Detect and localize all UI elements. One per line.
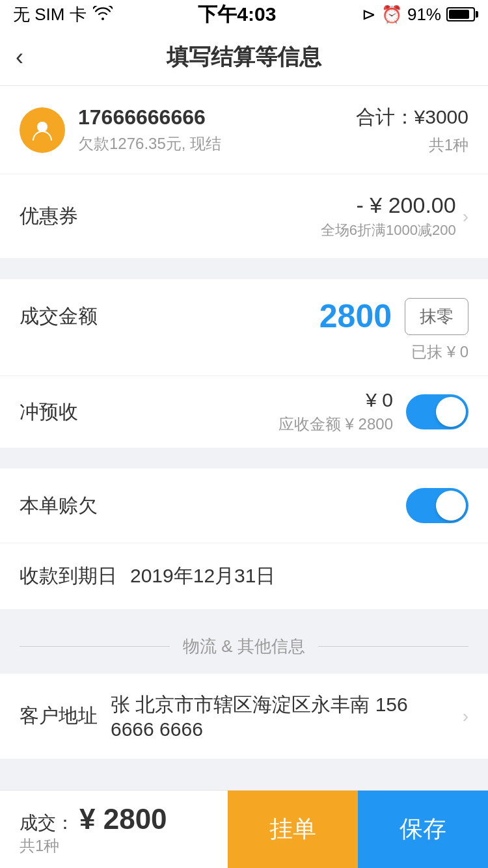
round-button[interactable]: 抹零	[405, 298, 468, 335]
customer-phone: 17666666666	[78, 105, 221, 129]
debt-section: 本单赊欠	[0, 468, 488, 543]
address-label: 客户地址	[20, 703, 98, 729]
svg-point-0	[37, 122, 47, 132]
transaction-label: 成交金额	[20, 303, 98, 330]
battery-percent: 91%	[407, 5, 441, 25]
hangup-button[interactable]: 挂单	[228, 791, 358, 869]
due-date-value: 2019年12月31日	[130, 563, 275, 590]
address-value: 张 北京市市辖区海淀区永丰南 156 6666 6666	[98, 692, 463, 740]
logistics-line-left	[20, 646, 170, 647]
prepay-toggle[interactable]	[406, 394, 468, 429]
coupon-right: - ¥ 200.00 全场6折满1000减200 ›	[321, 193, 468, 240]
battery-icon	[446, 7, 475, 21]
content-area: 17666666666 欠款1276.35元, 现结 合计：¥3000 共1种 …	[0, 86, 488, 868]
transaction-subtext: 已抹 ¥ 0	[411, 342, 468, 362]
due-date-label: 收款到期日	[20, 563, 117, 590]
coupon-row[interactable]: 优惠券 - ¥ 200.00 全场6折满1000减200 ›	[0, 174, 488, 258]
customer-subtext: 欠款1276.35元, 现结	[78, 133, 221, 154]
page-title: 填写结算等信息	[167, 42, 321, 72]
coupon-chevron-icon: ›	[463, 206, 468, 227]
prepay-subtext: 应收金额 ¥ 2800	[278, 414, 393, 435]
debt-label: 本单赊欠	[20, 493, 98, 519]
status-left: 无 SIM 卡	[13, 3, 113, 26]
total-amount: 合计：¥3000	[356, 104, 468, 131]
due-date-row: 收款到期日 2019年12月31日	[0, 543, 488, 609]
debt-toggle-thumb	[436, 491, 466, 521]
back-button[interactable]: ‹	[16, 44, 23, 71]
transaction-row: 成交金额 2800 抹零	[0, 279, 488, 342]
customer-info: 17666666666 欠款1276.35元, 现结	[78, 105, 221, 154]
avatar	[20, 107, 65, 153]
transaction-sub-row: 已抹 ¥ 0	[0, 342, 488, 375]
logistics-line-right	[318, 646, 468, 647]
bottom-total-amount: ¥ 2800	[79, 803, 167, 835]
coupon-discount: - ¥ 200.00 全场6折满1000减200	[321, 193, 456, 240]
status-right: ⊳ ⏰ 91%	[362, 5, 475, 25]
address-chevron-icon: ›	[463, 706, 468, 727]
bottom-count: 共1种	[20, 835, 208, 856]
prepay-amount-group: ¥ 0 应收金额 ¥ 2800	[278, 389, 393, 435]
transaction-section: 成交金额 2800 抹零 已抹 ¥ 0 冲预收 ¥ 0 应收金额 ¥ 2800	[0, 279, 488, 448]
bottom-total-label: 成交：	[20, 811, 74, 835]
coupon-label: 优惠券	[20, 203, 78, 230]
transaction-right: 2800 抹零	[319, 297, 468, 335]
transaction-amount: 2800	[319, 297, 392, 335]
logistics-header: 物流 & 其他信息	[0, 619, 488, 673]
logistics-title: 物流 & 其他信息	[170, 635, 318, 658]
total-count: 共1种	[356, 135, 468, 156]
status-bar: 无 SIM 卡 下午4:03 ⊳ ⏰ 91%	[0, 0, 488, 29]
prepay-row: 冲预收 ¥ 0 应收金额 ¥ 2800	[0, 375, 488, 448]
bottom-total: 成交： ¥ 2800 共1种	[0, 803, 228, 856]
customer-section: 17666666666 欠款1276.35元, 现结 合计：¥3000 共1种 …	[0, 86, 488, 258]
location-icon: ⊳	[362, 5, 376, 25]
bottom-bar: 成交： ¥ 2800 共1种 挂单 保存	[0, 790, 488, 868]
nav-bar: ‹ 填写结算等信息	[0, 29, 488, 86]
customer-row: 17666666666 欠款1276.35元, 现结 合计：¥3000 共1种	[0, 86, 488, 174]
prepay-right: ¥ 0 应收金额 ¥ 2800	[278, 389, 468, 435]
customer-right: 合计：¥3000 共1种	[356, 104, 468, 156]
save-button[interactable]: 保存	[358, 791, 488, 869]
wifi-icon	[93, 5, 113, 25]
prepay-amount: ¥ 0	[278, 389, 393, 411]
customer-left: 17666666666 欠款1276.35元, 现结	[20, 105, 221, 154]
status-time: 下午4:03	[198, 1, 276, 28]
no-sim-text: 无 SIM 卡	[13, 3, 87, 26]
coupon-discount-amount: - ¥ 200.00	[321, 193, 456, 218]
section-divider-3	[0, 609, 488, 619]
section-divider-1	[0, 269, 488, 279]
toggle-thumb	[436, 397, 466, 427]
coupon-discount-desc: 全场6折满1000减200	[321, 221, 456, 240]
debt-toggle[interactable]	[406, 488, 468, 523]
section-divider-2	[0, 458, 488, 468]
alarm-icon: ⏰	[381, 5, 402, 25]
prepay-label: 冲预收	[20, 399, 78, 426]
address-row[interactable]: 客户地址 张 北京市市辖区海淀区永丰南 156 6666 6666 ›	[0, 673, 488, 759]
